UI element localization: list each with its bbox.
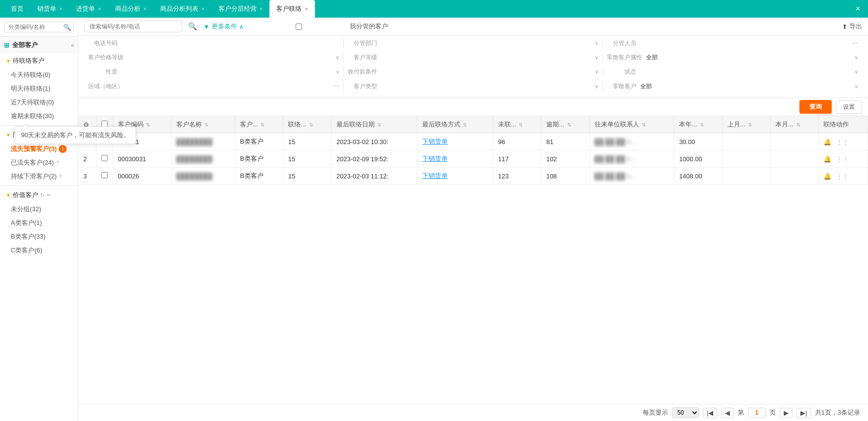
person-select[interactable]: ···: [640, 39, 858, 48]
cell-customer-type: B类客户: [235, 133, 283, 150]
nav-customer-contact-close[interactable]: ×: [305, 6, 308, 12]
nav-product-analysis-list-close[interactable]: ×: [201, 6, 204, 12]
my-customers-checkbox[interactable]: [250, 24, 348, 30]
contact-person-sort-icon[interactable]: ⇅: [642, 122, 646, 127]
this-month-sort-icon[interactable]: ⇅: [796, 122, 800, 127]
more-conditions-button[interactable]: ▼ 更多条件 ∧: [203, 22, 244, 31]
nav-product-analysis-list[interactable]: 商品分析列表 ×: [153, 0, 211, 18]
area-dots-button[interactable]: ···: [333, 82, 339, 91]
cell-contact: 15: [283, 168, 331, 185]
last-month-sort-icon[interactable]: ⇅: [748, 122, 752, 127]
sidebar-item-ungrouped[interactable]: 未分组(32): [0, 202, 78, 216]
my-customers-checkbox-label[interactable]: 我分管的客户: [250, 22, 388, 31]
cell-code: 000026: [113, 168, 171, 185]
nature-arrow: ∨: [336, 69, 339, 75]
person-dots-button[interactable]: ···: [852, 39, 858, 48]
status-select[interactable]: ∨: [640, 69, 858, 75]
filter-bar: 🔍 ▼ 更多条件 ∧ 我分管的客户 ⬆ 导出: [78, 18, 868, 36]
sidebar-item-today-pending[interactable]: 今天待联络(0): [0, 68, 78, 82]
last-page-button[interactable]: ▶|: [796, 408, 811, 418]
sidebar-item-class-c[interactable]: C类客户(6): [0, 244, 78, 257]
customer-grade-select[interactable]: ∨: [381, 54, 599, 61]
nav-customer-contact[interactable]: 客户联络 ×: [269, 0, 314, 18]
filter-cell-phone: 电话号码: [84, 38, 344, 49]
retail-customer-select[interactable]: 全部 ∨: [640, 82, 858, 91]
sidebar-item-7days-pending[interactable]: 近7天待联络(0): [0, 96, 78, 109]
action-icon-more-1[interactable]: ⋮⋮: [836, 155, 849, 163]
edit-icon[interactable]: ✏: [47, 192, 51, 198]
nav-product-analysis[interactable]: 商品分析 ×: [108, 0, 153, 18]
advanced-filter-panel: 电话号码 分管部门 ∨ 分管人员 ···: [78, 36, 868, 98]
cell-no-contact: 96: [493, 133, 541, 150]
code-sort-icon[interactable]: ⇅: [146, 122, 150, 127]
row-checkbox-1[interactable]: [101, 155, 108, 161]
sidebar-item-churn-warning[interactable]: 流失预警客户(3) !: [0, 142, 78, 156]
nav-sales-close[interactable]: ×: [59, 6, 62, 12]
sidebar-item-declining[interactable]: 持续下滑客户(2) ?: [0, 170, 78, 183]
first-page-button[interactable]: |◀: [703, 408, 717, 418]
nav-purchase-close[interactable]: ×: [98, 6, 101, 12]
nav-product-analysis-close[interactable]: ×: [144, 6, 146, 12]
prev-page-button[interactable]: ◀: [721, 408, 734, 418]
th-contact-person: 往来单位联系人 ⇅: [589, 116, 674, 133]
row-checkbox-2[interactable]: [101, 172, 108, 178]
sidebar-all-customers[interactable]: ⊞ 全部客户 «: [0, 37, 78, 53]
page-size-select[interactable]: 50 10 20 100: [672, 407, 699, 418]
method-sort-icon[interactable]: ⇅: [463, 122, 467, 127]
export-button[interactable]: ⬆ 导出: [842, 22, 862, 31]
nav-customer-tier[interactable]: 客户分层经营 ×: [212, 0, 269, 18]
dept-select[interactable]: ∨: [381, 40, 599, 47]
action-icon-bell-1[interactable]: 🔔: [823, 155, 831, 163]
type-sort-icon[interactable]: ⇅: [261, 122, 265, 127]
action-icon-more-0[interactable]: ⋮⋮: [836, 138, 849, 146]
churn-warning-badge: !: [59, 145, 67, 153]
next-page-button[interactable]: ▶: [780, 408, 793, 418]
refresh-icon[interactable]: ↻: [40, 192, 45, 198]
contact-method-link-0[interactable]: 下销货单: [422, 138, 448, 145]
th-last-contact-date: 最后联络日期 ⇅: [331, 116, 417, 133]
sidebar-item-overdue[interactable]: 逾期未联络(30): [0, 109, 78, 123]
nav-purchase[interactable]: 进货单 ×: [69, 0, 108, 18]
filter-cell-status: 状态 ∨: [603, 67, 862, 77]
this-year-sort-icon[interactable]: ⇅: [700, 122, 704, 127]
price-grade-select[interactable]: ∨: [127, 54, 339, 61]
query-button[interactable]: 查询: [799, 100, 832, 114]
area-select[interactable]: ···: [127, 82, 339, 91]
nature-select[interactable]: ∨: [121, 69, 339, 75]
search-button[interactable]: 🔍: [188, 22, 197, 31]
retail-attr-select[interactable]: 全部 ∨: [646, 53, 858, 62]
action-icon-bell-0[interactable]: 🔔: [823, 138, 831, 146]
date-sort-icon[interactable]: ⇅: [377, 122, 381, 127]
customer-grade-arrow: ∨: [595, 54, 599, 61]
arrow-down-icon-3: ▼: [6, 193, 11, 198]
cell-contact-person: ██ ██ ██ 3...: [589, 168, 674, 185]
filter-cell-customer-type: 客户类型 ∨: [344, 81, 603, 92]
no-contact-sort-icon[interactable]: ⇅: [519, 122, 523, 127]
page-number-input[interactable]: [748, 408, 766, 418]
th-overdue: 逾期... ⇅: [541, 116, 589, 133]
customer-type-select[interactable]: ∨: [381, 83, 599, 90]
nav-sales[interactable]: 销货单 ×: [30, 0, 69, 18]
contact-sort-icon[interactable]: ⇅: [309, 122, 313, 127]
nav-home[interactable]: 首页: [4, 0, 30, 18]
chevron-down-icon: ∧: [239, 23, 244, 30]
sidebar-group-value[interactable]: ▼ 价值客户 ↻ ✏: [0, 188, 78, 202]
search-input[interactable]: [84, 21, 182, 32]
contact-method-link-2[interactable]: 下销货单: [422, 172, 448, 179]
sidebar-group-pending[interactable]: ▼ 待联络客户: [0, 53, 78, 68]
settings-button[interactable]: 设置: [836, 100, 862, 114]
phone-input[interactable]: [121, 40, 339, 47]
name-sort-icon[interactable]: ⇅: [204, 122, 208, 127]
window-close-button[interactable]: ×: [852, 4, 864, 13]
sidebar-item-tomorrow-pending[interactable]: 明天待联络(1): [0, 82, 78, 96]
overdue-sort-icon[interactable]: ⇅: [567, 122, 571, 127]
sidebar-item-churned[interactable]: 已流失客户(24) ?: [0, 156, 78, 170]
payment-select[interactable]: ∨: [381, 69, 599, 75]
sidebar-item-class-b[interactable]: B类客户(33): [0, 230, 78, 244]
nav-customer-tier-close[interactable]: ×: [260, 6, 263, 12]
contact-method-link-1[interactable]: 下销货单: [422, 155, 448, 162]
action-icon-bell-2[interactable]: 🔔: [823, 173, 831, 180]
action-icon-more-2[interactable]: ⋮⋮: [836, 173, 849, 180]
sidebar-item-class-a[interactable]: A类客户(1): [0, 216, 78, 230]
cell-overdue: 81: [541, 133, 589, 150]
